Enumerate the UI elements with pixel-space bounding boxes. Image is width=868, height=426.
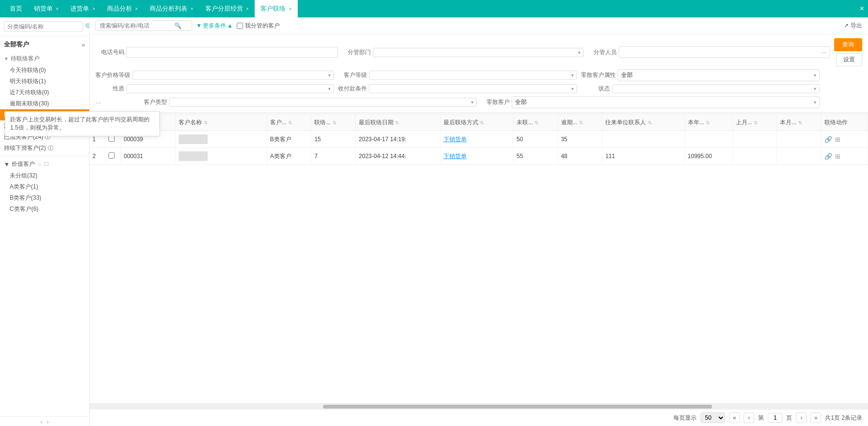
settings-value-group-icon[interactable]: ☐ <box>44 161 49 167</box>
main-search-input[interactable] <box>100 22 172 29</box>
export-button[interactable]: ↗ 导出 <box>844 22 862 30</box>
last-page-btn[interactable]: » <box>810 412 821 423</box>
th-last-method[interactable]: 最后联络方式 ⇅ <box>440 115 513 131</box>
prev-page-btn[interactable]: ‹ <box>744 412 754 423</box>
person-select[interactable]: ··· <box>619 46 830 58</box>
my-customers-checkbox-label[interactable]: 我分管的客户 <box>237 22 280 30</box>
retail-customer-select[interactable]: 全部 ▾ <box>512 96 820 108</box>
more-conditions-btn[interactable]: ▼ 更多条件 ▲ <box>196 22 233 30</box>
nav-purchase[interactable]: 进货单 × <box>64 0 101 17</box>
td-lastdate-2: 2023-04-12 14:44: <box>356 148 441 165</box>
sidebar-item-classA[interactable]: A类客户(1) <box>0 181 89 192</box>
status-select[interactable]: ▾ <box>612 84 820 93</box>
th-name[interactable]: 客户名称 ⇅ <box>176 115 267 131</box>
edit-value-group-icon[interactable]: ○ <box>38 162 41 167</box>
sidebar-group-value[interactable]: ▼ 价值客户 ○ ☐ <box>0 158 89 170</box>
th-last-date[interactable]: 最后联络日期 ⇅ <box>356 115 441 131</box>
th-uncontact[interactable]: 未联... ⇅ <box>514 115 558 131</box>
td-lastmonth-1 <box>732 131 777 148</box>
action-grid-2-icon[interactable]: ⊞ <box>835 153 840 160</box>
th-last-month[interactable]: 上月... ⇅ <box>732 115 777 131</box>
sidebar-item-ungroup[interactable]: 未分组(32) <box>0 170 89 181</box>
td-lastmethod-1[interactable]: 下销货单 <box>440 131 513 148</box>
td-lastmethod-2[interactable]: 下销货单 <box>440 148 513 165</box>
row2-checkbox[interactable] <box>108 152 115 159</box>
nature-select[interactable]: ▾ <box>126 84 334 93</box>
close-product-list-icon[interactable]: × <box>190 6 193 12</box>
td-type-2: A类客户 <box>267 148 311 165</box>
sidebar-item-classB[interactable]: B类客户(33) <box>0 192 89 204</box>
price-grade-select[interactable]: ▾ <box>132 71 334 80</box>
sidebar-search-input[interactable] <box>4 21 83 32</box>
settings-button[interactable]: 设置 <box>836 53 862 66</box>
sidebar-group-pending[interactable]: ▼ 待联络客户 <box>0 53 89 65</box>
th-this-year[interactable]: 本年... ⇅ <box>685 115 732 131</box>
per-page-label: 每页显示 <box>673 414 697 422</box>
payment-select[interactable]: ▾ <box>369 84 577 93</box>
phone-input[interactable] <box>126 47 338 58</box>
status-chevron-icon: ▾ <box>814 86 816 91</box>
retail-attr-select[interactable]: 全部 ▾ <box>618 69 820 81</box>
close-sales-icon[interactable]: × <box>56 6 59 12</box>
sidebar-collapse-icon[interactable]: « <box>82 41 85 48</box>
field-person: 分管人员 ··· <box>588 46 830 58</box>
sidebar-item-declining[interactable]: 持续下滑客户(2) ⓘ <box>0 143 89 154</box>
action-link-2-icon[interactable]: 🔗 <box>824 153 832 160</box>
next-page-btn[interactable]: › <box>796 412 807 423</box>
top-nav: 首页 销货单 × 进货单 × 商品分析 × 商品分析列表 × 客户分层经营 × … <box>0 0 868 17</box>
export-icon: ↗ <box>844 22 849 29</box>
th-overdue[interactable]: 逾期... ⇅ <box>558 115 602 131</box>
sidebar-left-icon[interactable]: ‹ <box>40 418 43 426</box>
horizontal-scrollbar[interactable] <box>90 403 868 409</box>
close-all-icon[interactable]: × <box>860 4 864 13</box>
customer-type-select[interactable]: ▾ <box>169 98 477 107</box>
person-dots-icon[interactable]: ··· <box>821 48 827 56</box>
nav-product-analysis[interactable]: 商品分析 × <box>101 0 144 17</box>
sidebar-root-label: 全部客户 <box>4 40 29 49</box>
td-contact-1: 15 <box>311 131 356 148</box>
sidebar-item-today[interactable]: 今天待联络(0) <box>0 65 89 76</box>
td-code-2: 000031 <box>121 148 176 165</box>
per-page-select[interactable]: 20 50 100 <box>700 412 725 423</box>
sidebar-item-classC[interactable]: C类客户(6) <box>0 204 89 215</box>
th-contact[interactable]: 联络... ⇅ <box>311 115 356 131</box>
nav-home[interactable]: 首页 <box>4 0 28 17</box>
action-link-1-icon[interactable]: 🔗 <box>824 136 832 143</box>
td-overdue-2: 48 <box>558 148 602 165</box>
dept-select[interactable]: ▾ <box>373 48 584 57</box>
close-contact-icon[interactable]: × <box>289 6 291 12</box>
sidebar-item-tomorrow[interactable]: 明天待联络(1) <box>0 76 89 87</box>
arrow-pending-icon: ▼ <box>4 56 9 61</box>
th-type[interactable]: 客户... ⇅ <box>267 115 311 131</box>
close-segments-icon[interactable]: × <box>246 6 249 12</box>
nav-product-list[interactable]: 商品分析列表 × <box>144 0 199 17</box>
info-declining-icon: ⓘ <box>48 145 53 152</box>
my-customers-checkbox[interactable] <box>237 23 243 29</box>
th-this-month[interactable]: 本月... ⇅ <box>777 115 822 131</box>
main-search-icon[interactable]: 🔍 <box>174 22 182 29</box>
td-thisyear-2: 10995.00 <box>685 148 732 165</box>
close-purchase-icon[interactable]: × <box>92 6 95 12</box>
td-overdue-1: 35 <box>558 131 602 148</box>
nav-customer-segments[interactable]: 客户分层经营 × <box>199 0 255 17</box>
sort-overdue-icon: ⇅ <box>579 120 583 125</box>
page-number-input[interactable] <box>768 413 782 423</box>
name-blur-2 <box>179 151 208 161</box>
scrollbar-thumb[interactable] <box>323 405 712 409</box>
close-product-analysis-icon[interactable]: × <box>135 6 138 12</box>
query-button[interactable]: 查询 <box>834 38 862 51</box>
first-page-btn[interactable]: « <box>729 412 740 423</box>
sidebar-item-overdue[interactable]: 逾期未联络(30) <box>0 98 89 109</box>
sidebar-search-icon[interactable]: 🔍 <box>85 23 90 30</box>
customer-grade-select[interactable]: ▾ <box>369 71 577 80</box>
action-grid-1-icon[interactable]: ⊞ <box>835 136 840 143</box>
nav-sales[interactable]: 销货单 × <box>28 0 64 17</box>
td-check-2 <box>105 148 121 165</box>
th-contact2[interactable]: 往来单位联系人 ⇅ <box>602 115 685 131</box>
price-grade-chevron-icon: ▾ <box>328 73 331 78</box>
sidebar-item-7days[interactable]: 近7天待联络(0) <box>0 87 89 98</box>
nav-customer-contact[interactable]: 客户联络 × <box>255 0 297 17</box>
sidebar-right-icon[interactable]: › <box>46 418 49 426</box>
row4-dots-icon[interactable]: ··· <box>95 99 101 106</box>
data-table-wrap: ⚙ 客户编码 ⇅ 客户名称 ⇅ <box>90 115 868 403</box>
